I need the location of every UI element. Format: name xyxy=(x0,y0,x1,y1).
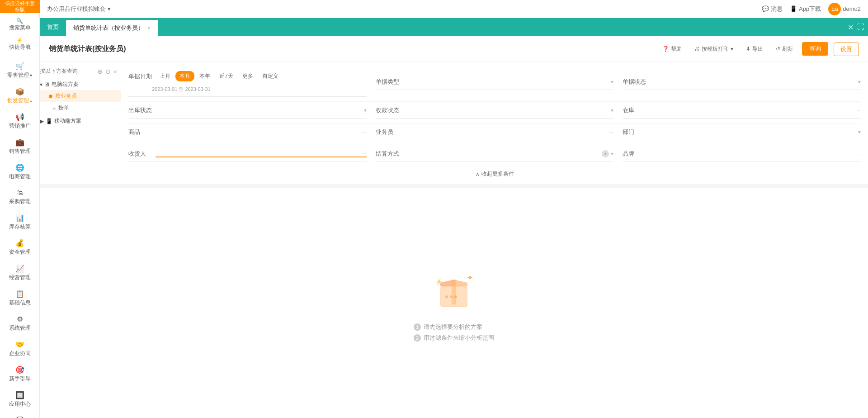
tab-close-all-icon[interactable]: ✕ xyxy=(848,23,854,32)
operation-icon: 📈 xyxy=(15,264,24,273)
sidebar-search[interactable]: 🔍 搜索菜单 xyxy=(0,13,39,34)
date-label: 单据日期 xyxy=(128,72,152,81)
scheme-collapse-icon[interactable]: « xyxy=(113,68,117,75)
help-btn[interactable]: ❓ 帮助 xyxy=(659,43,685,55)
doc-status-input[interactable]: ▾ xyxy=(650,79,861,85)
pc-group-label: 电脑端方案 xyxy=(52,81,79,88)
print-btn[interactable]: 🖨 按模板打印 ▾ xyxy=(691,43,737,55)
scheme-settings-icon[interactable]: ⊙ xyxy=(105,68,111,75)
date-btn-this-month[interactable]: 本月 xyxy=(175,71,194,81)
department-dropdown-icon[interactable]: ▾ xyxy=(858,129,861,135)
out-status-dropdown-icon[interactable]: ▾ xyxy=(364,107,367,114)
pay-status-input[interactable]: ▾ xyxy=(403,107,614,114)
sidebar-appstore-label: 应用中心 xyxy=(9,400,31,408)
empty-hints: 请先选择要分析的方案 用过滤条件来缩小分析范围 xyxy=(414,323,494,345)
filter-doc-type-field: 单据类型 ▾ xyxy=(376,78,614,90)
corpwx-icon: 💬 xyxy=(15,416,24,418)
sidebar-item-enterprise[interactable]: 🤝 企业协同 xyxy=(0,336,39,361)
user-avatar: Ea xyxy=(828,3,841,15)
brand-dots[interactable]: ··· xyxy=(856,151,861,157)
doc-status-dropdown-icon[interactable]: ▾ xyxy=(858,79,861,85)
pay-status-dropdown-icon[interactable]: ▾ xyxy=(611,107,613,114)
department-label: 部门 xyxy=(623,128,646,136)
date-btn-custom[interactable]: 自定义 xyxy=(258,71,283,81)
settlement-dropdown-icon[interactable]: ▾ xyxy=(611,151,613,157)
brand-input[interactable]: ··· xyxy=(650,151,861,157)
sidebar-item-sales[interactable]: 💼 销售管理 xyxy=(0,133,39,159)
tab-sales-stats[interactable]: 销货单统计表（按业务员） × xyxy=(66,20,158,36)
doc-type-input[interactable]: ▾ xyxy=(403,79,614,85)
message-icon: 💬 xyxy=(762,5,769,12)
user-profile[interactable]: Ea demo2 xyxy=(828,3,861,15)
tab-home[interactable]: 首页 xyxy=(40,18,66,36)
module-selector[interactable]: 办公用品行业模拟账套 ▾ xyxy=(47,5,111,13)
scheme-panel: 按以下方案查询 ⊕ ⊙ « ▾ 🖥 电脑端方案 xyxy=(40,62,121,184)
sidebar-item-system[interactable]: ⚙ 系统管理 xyxy=(0,310,39,336)
salesperson-input[interactable]: ··· xyxy=(403,129,614,135)
goods-input[interactable]: ··· xyxy=(156,129,367,135)
goods-dots[interactable]: ··· xyxy=(362,129,367,135)
svg-rect-4 xyxy=(452,280,456,304)
help-label: 帮助 xyxy=(671,45,682,53)
sidebar-marketing-label: 营销推广 xyxy=(9,122,31,130)
message-btn[interactable]: 💬 消息 xyxy=(762,5,783,13)
date-btn-last-month[interactable]: 上月 xyxy=(156,71,175,81)
module-dropdown-icon: ▾ xyxy=(108,5,111,12)
sidebar-item-corpwx[interactable]: 💬 企业微信 xyxy=(0,412,39,418)
scheme-item-by-order[interactable]: ≡ 按单 xyxy=(40,102,121,114)
sidebar-item-inventory[interactable]: 📊 库存核算 xyxy=(0,209,39,234)
settlement-input[interactable]: × ▾ xyxy=(403,150,614,157)
warehouse-input[interactable]: ··· xyxy=(650,107,861,114)
query-button[interactable]: 查询 xyxy=(802,42,828,56)
sidebar-purchase-label: 采购管理 xyxy=(9,198,31,205)
sidebar-item-appstore[interactable]: 🔲 应用中心 xyxy=(0,386,39,412)
app-download-btn[interactable]: 📱 App下载 xyxy=(790,5,821,13)
scheme-add-icon[interactable]: ⊕ xyxy=(97,68,103,75)
sidebar-item-purchase[interactable]: 🛍 采购管理 xyxy=(0,184,39,209)
scheme-item-by-salesperson[interactable]: 按业务员 xyxy=(40,90,121,102)
date-btn-this-year[interactable]: 本年 xyxy=(195,71,214,81)
sidebar-item-marketing[interactable]: 📢 营销推广 xyxy=(0,108,39,133)
department-input[interactable]: ▾ xyxy=(650,129,861,135)
sidebar-search-label: 搜索菜单 xyxy=(9,24,31,31)
sidebar-item-finance[interactable]: 💰 资金管理 xyxy=(0,234,39,260)
filter-brand-field: 品牌 ··· xyxy=(623,150,861,162)
scheme-group-pc: ▾ 🖥 电脑端方案 按业务员 ≡ 按单 xyxy=(40,79,121,114)
sidebar-sales-label: 销售管理 xyxy=(9,147,31,155)
inventory-icon: 📊 xyxy=(15,214,24,222)
sidebar-item-basic[interactable]: 📋 基础信息 xyxy=(0,285,39,310)
sidebar-item-retail[interactable]: 🛒 零售管理 ▾ xyxy=(0,57,39,83)
out-status-input[interactable]: ▾ xyxy=(156,107,367,114)
export-icon: ⬇ xyxy=(746,46,750,52)
refresh-btn[interactable]: ↺ 刷新 xyxy=(772,43,797,55)
collapse-filter-btn[interactable]: ∧ 收起更多条件 xyxy=(476,167,514,180)
export-btn[interactable]: ⬇ 导出 xyxy=(742,43,767,55)
scheme-pc-group-title[interactable]: ▾ 🖥 电脑端方案 xyxy=(40,79,121,90)
mobile-group-label: 移动端方案 xyxy=(54,117,81,125)
scheme-mobile-group-title[interactable]: ▶ 📱 移动端方案 xyxy=(40,115,121,127)
tab-maximize-icon[interactable]: ⛶ xyxy=(857,23,864,31)
scheme-by-order-label: 按单 xyxy=(58,104,69,112)
settlement-clear-icon[interactable]: × xyxy=(602,150,609,157)
date-btn-7days[interactable]: 近7天 xyxy=(215,71,237,81)
receiver-input[interactable]: ··· xyxy=(156,150,367,157)
filter-receiver-field: 收货人 ··· xyxy=(128,150,367,162)
wholesale-arrow-icon: ▴ xyxy=(30,98,32,103)
sidebar-system-label: 系统管理 xyxy=(9,324,31,332)
tab-close-icon[interactable]: × xyxy=(146,25,151,31)
sidebar-quick-nav[interactable]: ⚡ 快捷导航 xyxy=(0,34,39,54)
doc-type-dropdown-icon[interactable]: ▾ xyxy=(611,79,613,85)
active-scheme-dot xyxy=(49,95,52,98)
receiver-dots[interactable]: ··· xyxy=(362,150,367,157)
sidebar-item-ecommerce[interactable]: 🌐 电商管理 xyxy=(0,159,39,184)
settings-button[interactable]: 设置 xyxy=(834,43,859,56)
filter-container: 按以下方案查询 ⊕ ⊙ « ▾ 🖥 电脑端方案 xyxy=(40,62,868,184)
empty-hint-1: 请先选择要分析的方案 xyxy=(414,323,494,331)
sidebar-item-newbie[interactable]: 🎯 新手引导 xyxy=(0,361,39,386)
scheme-header: 按以下方案查询 ⊕ ⊙ « xyxy=(40,67,121,75)
sidebar-item-wholesale[interactable]: 📦 批发管理 ▴ xyxy=(0,83,39,108)
salesperson-dots[interactable]: ··· xyxy=(609,129,613,135)
warehouse-dots[interactable]: ··· xyxy=(856,107,861,114)
date-btn-more[interactable]: 更多 xyxy=(238,71,257,81)
sidebar-item-operation[interactable]: 📈 经营管理 xyxy=(0,260,39,285)
